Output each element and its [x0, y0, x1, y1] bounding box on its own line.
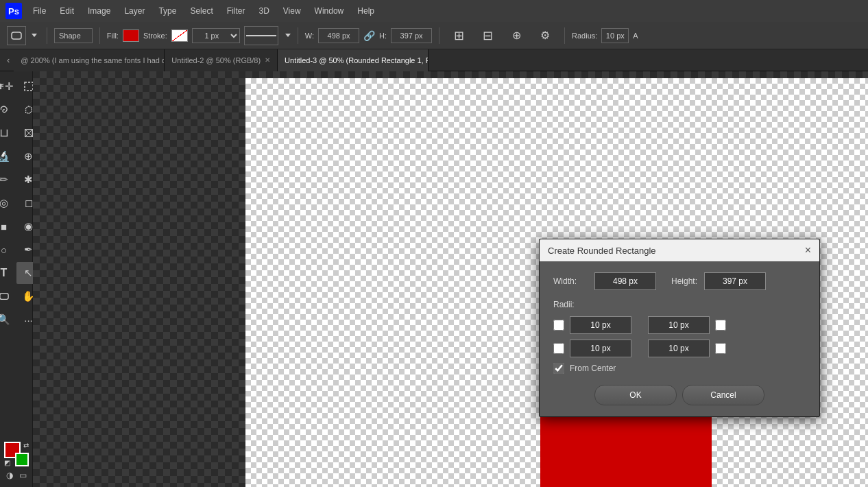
- tab-2-label: Untitled-3 @ 50% (Rounded Rectangle 1, R…: [285, 56, 429, 64]
- dialog-title: Create Rounded Rectangle: [548, 246, 656, 256]
- radii-bottom-row: [553, 340, 806, 357]
- radii-bl-checkbox[interactable]: [553, 343, 564, 354]
- radii-bl-input[interactable]: [570, 340, 631, 357]
- shape-tool-icon: [7, 26, 26, 45]
- stroke-label: Stroke:: [143, 32, 167, 40]
- tab-1-close[interactable]: ✕: [265, 56, 270, 64]
- from-center-row: From Center: [553, 363, 806, 374]
- toolbar-separator-4: [439, 27, 439, 44]
- toolbar-separator-5: [564, 27, 565, 44]
- menu-image[interactable]: Image: [82, 3, 116, 19]
- link-dimensions-icon[interactable]: 🔗: [363, 30, 375, 41]
- radii-br-input[interactable]: [648, 340, 710, 357]
- options-toolbar: Shape Fill: Stroke: 1 px W: 🔗 H: ⊞ ⊟ ⊕ ⚙…: [0, 22, 868, 49]
- menu-3d[interactable]: 3D: [253, 3, 274, 19]
- main-area: ✛ 🔬 ⊕ ✏ ✱: [0, 71, 868, 487]
- menu-filter[interactable]: Filter: [221, 3, 251, 19]
- dialog-width-label: Width:: [553, 276, 588, 286]
- dialog-title-bar: Create Rounded Rectangle ×: [540, 239, 819, 261]
- svg-rect-0: [12, 32, 21, 39]
- dodge-tool[interactable]: ○: [0, 239, 16, 261]
- rounded-rect-tool[interactable]: [0, 285, 16, 307]
- radii-top-row: [553, 316, 806, 334]
- align-a-label: A: [633, 32, 638, 40]
- tab-bar: ‹ @ 200% (I am using the same fonts I ha…: [0, 49, 868, 71]
- radii-section-label: Radii:: [553, 300, 806, 309]
- menu-layer[interactable]: Layer: [119, 3, 150, 19]
- color-area: ⇄ ◩ ◑ ▭: [3, 442, 29, 482]
- tab-nav-left[interactable]: ‹: [3, 55, 14, 65]
- dialog-buttons: OK Cancel: [553, 385, 806, 405]
- svg-rect-1: [25, 82, 33, 91]
- align-icon[interactable]: ⊟: [475, 25, 500, 47]
- lasso-tool[interactable]: [0, 99, 16, 121]
- fill-label: Fill:: [107, 32, 119, 40]
- menu-help[interactable]: Help: [352, 3, 380, 19]
- quick-mask-icon[interactable]: ◑: [3, 469, 16, 482]
- fill-color-swatch[interactable]: [123, 29, 139, 42]
- menu-bar: Ps File Edit Image Layer Type Select Fil…: [0, 0, 868, 22]
- type-tool[interactable]: T: [0, 262, 16, 284]
- align-edges-icon[interactable]: ⊞: [446, 25, 471, 47]
- height-label: H:: [379, 32, 387, 40]
- default-colors-icon[interactable]: ◩: [4, 459, 10, 466]
- zoom-tool[interactable]: 🔍: [0, 309, 16, 331]
- tab-2[interactable]: Untitled-3 @ 50% (Rounded Rectangle 1, R…: [278, 49, 429, 71]
- background-color-swatch[interactable]: [15, 453, 29, 466]
- radii-tl-input[interactable]: [570, 316, 631, 334]
- tab-0-label: @ 200% (I am using the same fonts I had …: [21, 56, 165, 64]
- menu-type[interactable]: Type: [153, 3, 182, 19]
- radii-tl-checkbox[interactable]: [553, 320, 564, 331]
- width-label: W:: [305, 32, 314, 40]
- dialog-close-button[interactable]: ×: [805, 245, 811, 256]
- menu-file[interactable]: File: [27, 3, 51, 19]
- dialog-height-input[interactable]: [704, 272, 766, 290]
- tab-1-label: Untitled-2 @ 50% (RGB/8): [171, 56, 261, 64]
- radii-tr-input[interactable]: [648, 316, 710, 334]
- svg-rect-6: [0, 294, 8, 300]
- menu-select[interactable]: Select: [184, 3, 218, 19]
- radii-br-checkbox[interactable]: [715, 343, 726, 354]
- toolbar-separator-1: [47, 27, 47, 44]
- fg-bg-swatches: ⇄ ◩: [4, 442, 29, 466]
- svg-marker-2: [25, 106, 32, 114]
- radii-tr-checkbox[interactable]: [715, 320, 726, 331]
- eyedropper-tool[interactable]: 🔬: [0, 145, 16, 167]
- brush-tool[interactable]: ✏: [0, 169, 16, 191]
- dialog-body: Width: Height: Radii:: [540, 261, 819, 416]
- arrange-icon[interactable]: ⊕: [504, 25, 529, 47]
- menu-view[interactable]: View: [278, 3, 306, 19]
- stroke-style-arrow: [285, 34, 291, 37]
- left-toolbar: ✛ 🔬 ⊕ ✏ ✱: [0, 71, 33, 487]
- dialog-height-label: Height:: [663, 276, 697, 286]
- shape-type-dropdown[interactable]: Shape: [54, 28, 93, 43]
- width-input[interactable]: [318, 28, 359, 43]
- toolbar-separator-3: [298, 27, 298, 44]
- menu-edit[interactable]: Edit: [54, 3, 80, 19]
- shape-dropdown-arrow: [32, 34, 37, 37]
- crop-tool[interactable]: [0, 122, 16, 144]
- dialog-width-input[interactable]: [594, 272, 656, 290]
- height-input[interactable]: [391, 28, 432, 43]
- settings-icon[interactable]: ⚙: [533, 25, 557, 47]
- switch-colors-icon[interactable]: ⇄: [23, 442, 29, 449]
- stroke-color-swatch[interactable]: [171, 29, 188, 42]
- toolbar-separator-2: [99, 27, 100, 44]
- gradient-tool[interactable]: ■: [0, 215, 16, 237]
- radius-label: Radius:: [572, 32, 597, 40]
- dialog-cancel-button[interactable]: Cancel: [682, 385, 764, 405]
- dialog-ok-button[interactable]: OK: [594, 385, 677, 405]
- move-tool[interactable]: ✛: [0, 75, 16, 97]
- ps-logo: Ps: [5, 3, 22, 19]
- from-center-label[interactable]: From Center: [570, 364, 616, 373]
- stroke-width-select[interactable]: 1 px: [192, 28, 240, 43]
- radius-input[interactable]: [601, 28, 629, 43]
- tab-1[interactable]: Untitled-2 @ 50% (RGB/8) ✕: [165, 49, 278, 71]
- tab-0[interactable]: @ 200% (I am using the same fonts I had …: [14, 49, 165, 71]
- dialog-dimensions-row: Width: Height:: [553, 272, 806, 290]
- from-center-checkbox[interactable]: [553, 363, 564, 374]
- stroke-style-preview[interactable]: [244, 26, 278, 45]
- menu-window[interactable]: Window: [309, 3, 350, 19]
- screen-mode-icon[interactable]: ▭: [17, 469, 29, 482]
- history-brush-tool[interactable]: ◎: [0, 192, 16, 214]
